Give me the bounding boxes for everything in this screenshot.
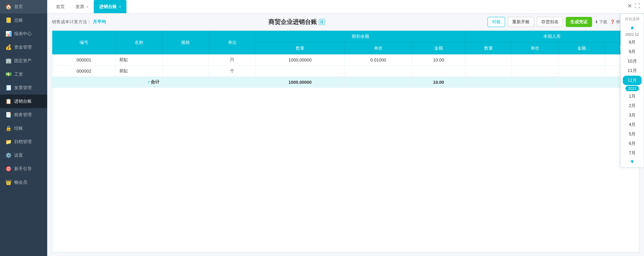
cell-in-amount — [558, 66, 605, 77]
sidebar-label-assets: 固定资产 — [14, 58, 32, 64]
sidebar-item-guide[interactable]: 🎯新手引导 — [0, 162, 47, 176]
month-4[interactable]: 4月 — [621, 120, 644, 129]
sidebar-item-closing[interactable]: 🔒结账 — [0, 122, 47, 135]
col-header-ob-qty: 数量 — [256, 43, 345, 54]
month-1[interactable]: 1月 — [621, 92, 644, 101]
col-header-name: 名称 — [116, 31, 162, 54]
help-icon: ❓ — [610, 20, 615, 24]
month-6[interactable]: 6月 — [621, 139, 644, 148]
month-12[interactable]: 12月 — [623, 76, 642, 85]
year-2023-marker: 2023 — [625, 86, 639, 91]
sidebar-label-settings: 设置 — [14, 152, 23, 158]
total-row: ▪ 合计 1000.00000 10.00 — [52, 77, 639, 88]
save-alias-button[interactable]: 存货别名 — [537, 17, 563, 27]
sidebar-item-reports[interactable]: 📊报表中心 — [0, 27, 47, 41]
month-10[interactable]: 10月 — [621, 56, 644, 66]
tab-invoice[interactable]: 发票 × — [70, 0, 94, 13]
tab-home[interactable]: 首页 — [51, 0, 70, 13]
month-5[interactable]: 5月 — [621, 129, 644, 139]
col-header-unit: 单位 — [209, 31, 256, 54]
download-icon: ⬇ — [595, 20, 598, 24]
month-7[interactable]: 7月 — [621, 148, 644, 158]
total-in-price — [512, 77, 558, 88]
col-header-current-in: 本期入库 — [465, 31, 639, 43]
sidebar-label-ledger: 总账 — [14, 17, 23, 23]
sidebar-item-member[interactable]: 👑畅会员 — [0, 176, 47, 189]
total-in-qty — [465, 77, 511, 88]
month-2[interactable]: 2月 — [621, 101, 644, 110]
cell-id: 000002 — [52, 66, 116, 77]
cell-spec — [162, 54, 209, 66]
table-row: 000002 前缸 个 — [52, 66, 639, 77]
col-header-ob-amount: 金额 — [412, 43, 465, 54]
sidebar-icon-home: 🏠 — [5, 4, 11, 10]
cost-method-label: 销售成本计算方法： — [52, 19, 91, 24]
sidebar-icon-funds: 💰 — [5, 44, 11, 50]
sidebar-label-tax: 税务管理 — [14, 112, 32, 118]
month-11[interactable]: 11月 — [621, 66, 644, 75]
cell-ob-qty — [256, 66, 345, 77]
sidebar-icon-reports: 📊 — [5, 31, 11, 37]
toolbar: 销售成本计算方法： 月平均 商贸企业进销台账 目 对账 重新开账 存货别名 生成… — [52, 17, 639, 27]
sidebar-icon-assets: 🏢 — [5, 58, 11, 64]
cost-method-value: 月平均 — [93, 19, 106, 24]
cell-name: 前缸 — [116, 66, 162, 77]
month-3[interactable]: 3月 — [621, 110, 644, 120]
sidebar-icon-ledger: 📒 — [5, 17, 11, 23]
sidebar-item-settings[interactable]: ⚙️设置 — [0, 149, 47, 162]
cell-name: 前缸 — [116, 54, 162, 66]
sidebar-label-guide: 新手引导 — [14, 166, 32, 172]
cell-ob-qty: 1000.00000 — [256, 54, 345, 66]
cell-unit: 个 — [209, 66, 256, 77]
tab-close-invoice[interactable]: × — [86, 5, 88, 9]
generate-voucher-button[interactable]: 生成凭证 — [566, 17, 592, 27]
cell-ob-price — [345, 66, 412, 77]
maximize-button[interactable]: ⛶ — [635, 3, 640, 9]
col-header-period-balance: 期初余额 — [256, 31, 465, 43]
col-header-in-price: 单价 — [512, 43, 558, 54]
sidebar-item-archive[interactable]: 📁归档管理 — [0, 135, 47, 149]
reopen-button[interactable]: 重新开账 — [508, 17, 534, 27]
sidebar-item-home[interactable]: 🏠首页 — [0, 0, 47, 14]
cell-unit: 只 — [209, 54, 256, 66]
sidebar-label-funds: 资金管理 — [14, 44, 32, 50]
info-icon[interactable]: 目 — [319, 19, 325, 25]
sidebar-item-purchase-sales[interactable]: 📋进销台账 — [0, 95, 47, 108]
year-2022-label: 2022.12 — [621, 31, 644, 37]
sidebar-icon-closing: 🔒 — [5, 125, 11, 131]
sidebar-label-member: 畅会员 — [14, 179, 27, 185]
sidebar-item-salary[interactable]: 💵工资 — [0, 68, 47, 81]
tab-label-invoice: 发票 — [76, 4, 84, 10]
sidebar-item-funds[interactable]: 💰资金管理 — [0, 41, 47, 54]
sidebar-item-assets[interactable]: 🏢固定资产 — [0, 54, 47, 68]
sidebar-item-tax[interactable]: 📑税务管理 — [0, 108, 47, 122]
month-scroll-down[interactable]: ▼ — [621, 158, 644, 166]
col-header-in-amount: 金额 — [558, 43, 605, 54]
month-8[interactable]: 8月 — [621, 37, 644, 47]
sidebar-icon-purchase-sales: 📋 — [5, 98, 11, 104]
tab-close-purchase-sales[interactable]: × — [119, 5, 121, 9]
cell-ob-amount — [412, 66, 465, 77]
sidebar-icon-salary: 💵 — [5, 71, 11, 77]
reconcile-button[interactable]: 对账 — [488, 17, 505, 27]
tab-purchase-sales[interactable]: 进销台账 × — [94, 0, 126, 13]
download-button[interactable]: ⬇ 下载 — [595, 19, 607, 25]
cell-ob-amount: 10.00 — [412, 54, 465, 66]
main-area: 首页发票 ×进销台账 × 销售成本计算方法： 月平均 商贸企业进销台账 目 对账… — [47, 0, 644, 256]
cost-method: 销售成本计算方法： 月平均 — [52, 19, 106, 25]
cell-in-price — [512, 66, 558, 77]
total-label: ▪ 合计 — [52, 77, 256, 88]
close-button[interactable]: ✕ — [627, 3, 632, 9]
month-scroll-up[interactable]: ▲ — [621, 23, 644, 31]
month-9[interactable]: 9月 — [621, 47, 644, 56]
sidebar-label-closing: 结账 — [14, 125, 23, 131]
page-title-area: 商贸企业进销台账 目 — [268, 18, 325, 26]
sidebar-item-ledger[interactable]: 📒总账 — [0, 14, 47, 27]
sidebar-item-invoice-mgmt[interactable]: 🧾发票管理 — [0, 81, 47, 95]
total-ob-price — [345, 77, 412, 88]
page-title: 商贸企业进销台账 — [268, 18, 317, 26]
col-header-ob-price: 单价 — [345, 43, 412, 54]
tab-bar: 首页发票 ×进销台账 × — [47, 0, 644, 14]
month-panel-title: 月份选择 — [621, 15, 644, 23]
sidebar-icon-tax: 📑 — [5, 112, 11, 118]
